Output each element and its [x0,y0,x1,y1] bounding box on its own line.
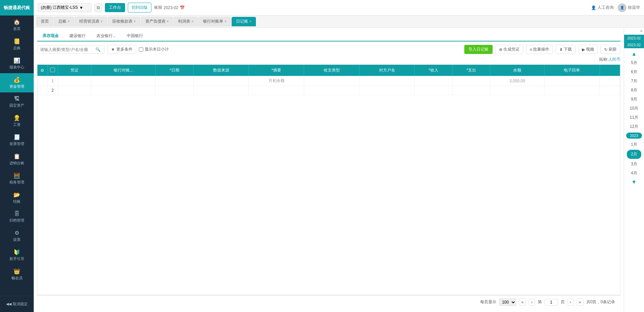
nav-up-icon[interactable]: ▲ [632,51,637,57]
close-icon[interactable]: × [192,20,194,23]
col-check[interactable] [48,65,58,76]
workbench-button[interactable]: 工作台 [105,3,125,12]
funds-icon: 💰 [13,77,20,83]
close-icon[interactable]: × [101,20,103,23]
month-item-5[interactable]: 5月 [624,58,644,67]
tab-ar[interactable]: 应收账款表 × [108,17,140,26]
video-button[interactable]: ▶ 视频 [578,45,598,54]
first-page-button[interactable]: « [519,299,526,306]
sidebar-item-guide[interactable]: 🔰 新手引导 [0,246,34,265]
generate-voucher-button[interactable]: ⊕ 生成凭证 [495,45,523,54]
month-item-7[interactable]: 7月 [624,77,644,86]
last-page-button[interactable]: » [576,299,583,306]
month-item-1[interactable]: 1月 [624,140,644,149]
cell-income-type [304,86,359,95]
search-icon[interactable]: 🔍 [95,47,100,52]
sidebar-item-settings[interactable]: ⚙ 设置 [0,226,34,246]
sidebar-item-reports[interactable]: 📊 报表中心 [0,54,34,73]
currency-value[interactable]: 人民币 [608,57,620,62]
topbar: (勿册) 江西赣宝-LSS ▼ ⧉ 工作台 切到旧版 账期 2023-02 📅 … [34,0,644,16]
month-item-10[interactable]: 10月 [624,104,644,113]
sidebar-item-home[interactable]: 🏠 首页 [0,16,34,35]
date-panel-nav-up: ▲ [624,50,644,58]
close-icon[interactable]: × [250,20,252,23]
batch-op-button[interactable]: ≡ 批量操作 [526,45,553,54]
close-icon[interactable]: × [68,20,70,23]
next-page-button[interactable]: › [567,299,574,306]
sub-tab-cash[interactable]: 库存现金 [37,31,64,41]
company-name: (勿册) 江西赣宝-LSS [41,5,78,10]
month-item-9[interactable]: 9月 [624,95,644,104]
month-item-2-active[interactable]: 2月 [627,150,641,159]
tab-profit[interactable]: 利润表 × [174,17,198,26]
filter-button[interactable]: ▼ 更多条件 [107,45,136,54]
cell-source [194,86,249,95]
sidebar-item-vip[interactable]: 👑 畅会员 [0,265,34,284]
select-all-checkbox[interactable] [50,67,55,72]
close-icon[interactable]: × [225,20,227,23]
sidebar-item-close-books[interactable]: 📂 结账 [0,188,34,207]
filter-icon: ▼ [111,47,115,52]
search-input[interactable] [40,47,94,52]
sidebar-item-sales[interactable]: 📋 进销台账 [0,150,34,169]
date-panel-nav-down: ▼ [624,178,644,187]
per-page-select[interactable]: 100 50 200 [499,299,516,306]
date-panel-close-button[interactable]: × [624,28,644,35]
copy-button[interactable]: ⧉ [94,3,102,12]
content-area: 库存现金 建设银行 农业银行... 中国银行 🔍 ▼ 更多条件 显示本日小计 [34,28,644,312]
app-logo: 畅捷通易代账 [0,0,34,16]
cell-balance [490,86,545,95]
tab-bank-statement[interactable]: 银行对账单 × [199,17,231,26]
tab-home[interactable]: 首页 [36,17,53,26]
show-daily-subtotal-checkbox[interactable]: 显示本日小计 [139,47,169,52]
cell-date [155,76,193,86]
company-selector[interactable]: (勿册) 江西赣宝-LSS ▼ [38,3,92,12]
sidebar-item-payroll[interactable]: 👷 工资 [0,111,34,131]
col-source: 数据来源 [194,65,249,76]
month-item-11[interactable]: 11月 [624,113,644,122]
refresh-button[interactable]: ↻ 刷新 [601,45,620,54]
unfix-button[interactable]: ◀◀ 取消固定 [1,300,32,309]
sub-tab-agricultural-bank[interactable]: 农业银行... [91,31,121,41]
prev-page-button[interactable]: ‹ [529,299,535,306]
sidebar-bottom: ◀◀ 取消固定 [0,296,34,312]
month-item-12[interactable]: 12月 [624,122,644,131]
tab-balance-sheet[interactable]: 资产负债表 × [141,17,173,26]
sidebar-item-invoice[interactable]: 🧾 发票管理 [0,131,34,150]
close-icon[interactable]: × [167,20,169,23]
col-settings[interactable]: ⚙ [37,65,48,76]
date-panel-header-top[interactable]: 2023.02 [624,35,644,41]
sidebar-item-funds[interactable]: 💰 资金管理 [0,73,34,92]
archive-icon: 🗄 [14,211,20,217]
tab-management-report[interactable]: 经营状况表 × [75,17,107,26]
period-label: 账期 2023-02 📅 [154,5,185,10]
month-item-3[interactable]: 3月 [624,160,644,169]
sidebar-item-ledger[interactable]: 📒 总账 [0,35,34,54]
sidebar-item-label: 畅会员 [11,276,23,281]
month-item-6[interactable]: 6月 [624,67,644,77]
download-button[interactable]: ⬇ 下载 [556,45,576,54]
support-link[interactable]: 👤 人工咨询 [591,5,614,10]
switch-version-button[interactable]: 切到旧版 [128,3,151,12]
sidebar-item-archive[interactable]: 🗄 归档管理 [0,207,34,226]
sub-tab-china-bank[interactable]: 中国银行 [121,31,148,41]
tab-ledger[interactable]: 总账 × [54,17,74,26]
cell-settings [37,86,48,95]
daily-subtotal-input[interactable] [139,47,143,52]
date-panel-header-bottom[interactable]: 2023.02 [624,41,644,48]
cell-action [600,86,620,95]
close-icon[interactable]: × [134,20,136,23]
cell-source [194,76,249,86]
sidebar-item-tax[interactable]: 🧮 税务管理 [0,169,34,188]
sidebar-item-assets[interactable]: 🏗 固定资产 [0,92,34,111]
tab-journal[interactable]: 日记账 × [232,17,256,26]
calendar-icon[interactable]: 📅 [180,5,185,10]
sub-tab-construction-bank[interactable]: 建设银行 [64,31,91,41]
user-profile[interactable]: 👤 徐温华 [618,3,640,12]
month-item-8[interactable]: 8月 [624,86,644,95]
month-item-4[interactable]: 4月 [624,169,644,178]
nav-down-icon[interactable]: ▼ [632,179,637,185]
import-journal-button[interactable]: 导入日记账 [464,45,493,54]
total-pages-suffix: 页 [561,299,565,305]
page-number-input[interactable] [545,299,558,306]
